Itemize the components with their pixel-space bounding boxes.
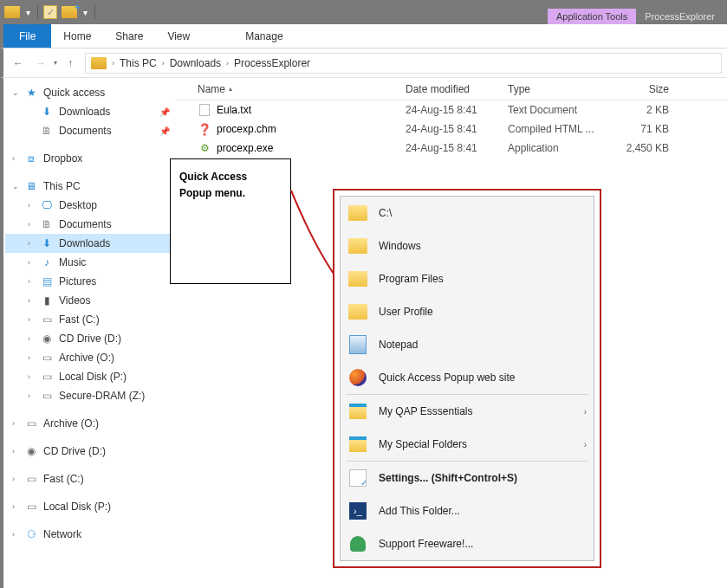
tree-documents[interactable]: ›🗎Documents bbox=[5, 215, 173, 234]
tree-label: Archive (O:) bbox=[59, 352, 114, 364]
col-date[interactable]: Date modified bbox=[406, 83, 508, 95]
tree-qa-downloads[interactable]: ⬇Downloads📌 bbox=[5, 102, 173, 121]
tree-network[interactable]: ›⚆Network bbox=[5, 525, 173, 544]
breadcrumb-root[interactable]: This PC bbox=[116, 57, 160, 69]
file-row[interactable]: ❓procexp.chm 24-Aug-15 8:41 Compiled HTM… bbox=[175, 120, 727, 139]
tree-label: Desktop bbox=[59, 199, 97, 211]
qat-newfolder-icon[interactable] bbox=[61, 3, 78, 21]
tree-fast-c[interactable]: ›▭Fast (C:) bbox=[5, 310, 173, 329]
address-bar[interactable]: › This PC › Downloads › ProcessExplorer bbox=[85, 53, 722, 74]
history-dropdown-icon[interactable]: ▾ bbox=[54, 59, 57, 67]
tree-downloads[interactable]: ›⬇Downloads bbox=[5, 234, 173, 253]
file-date: 24-Aug-15 8:41 bbox=[406, 123, 508, 135]
pin-icon[interactable]: 📌 bbox=[159, 126, 170, 136]
popup-item-user-profile[interactable]: User Profile bbox=[341, 295, 594, 328]
manage-tab[interactable]: Manage bbox=[228, 24, 300, 48]
qat-folder-icon[interactable] bbox=[3, 3, 21, 21]
file-size: 2 KB bbox=[612, 104, 679, 116]
contextual-tab-label[interactable]: Application Tools bbox=[548, 9, 636, 24]
breadcrumb-processexplorer[interactable]: ProcessExplorer bbox=[230, 57, 314, 69]
popup-item-qap-site[interactable]: Quick Access Popup web site bbox=[341, 361, 594, 394]
share-tab[interactable]: Share bbox=[103, 24, 155, 48]
tree-label: This PC bbox=[43, 180, 81, 192]
tree-local-p-2[interactable]: ›▭Local Disk (P:) bbox=[5, 497, 173, 516]
tree-desktop[interactable]: ›🖵Desktop bbox=[5, 196, 173, 215]
file-explorer-icon bbox=[347, 434, 368, 455]
star-icon: ★ bbox=[24, 86, 38, 100]
popup-label: My QAP Esssentials bbox=[379, 405, 574, 417]
window-title: ProcessExplorer bbox=[636, 9, 724, 24]
tree-pictures[interactable]: ›▤Pictures bbox=[5, 272, 173, 291]
back-button[interactable]: ← bbox=[9, 54, 28, 73]
breadcrumb-downloads[interactable]: Downloads bbox=[166, 57, 224, 69]
col-type[interactable]: Type bbox=[508, 83, 612, 95]
popup-item-special-folders[interactable]: My Special Folders› bbox=[341, 428, 594, 461]
tree-label: CD Drive (D:) bbox=[59, 333, 121, 345]
tree-dropbox[interactable]: ›⧈Dropbox bbox=[5, 149, 173, 168]
popup-label: C:\ bbox=[379, 207, 587, 219]
drive-icon: ▭ bbox=[24, 417, 38, 430]
file-row[interactable]: Eula.txt 24-Aug-15 8:41 Text Document 2 … bbox=[175, 100, 727, 120]
tree-local-p[interactable]: ›▭Local Disk (P:) bbox=[5, 367, 173, 386]
popup-item-c-drive[interactable]: C:\ bbox=[341, 197, 594, 229]
drive-icon: ▭ bbox=[24, 472, 38, 486]
file-name: procexp.exe bbox=[217, 142, 273, 154]
qat-properties-icon[interactable]: ✓ bbox=[42, 3, 59, 21]
file-size: 71 KB bbox=[612, 123, 679, 135]
file-tab[interactable]: File bbox=[3, 24, 51, 48]
pc-icon: 🖥 bbox=[24, 179, 38, 193]
popup-item-essentials[interactable]: My QAP Esssentials› bbox=[341, 395, 594, 428]
tree-label: Downloads bbox=[59, 106, 110, 118]
tree-label: Archive (O:) bbox=[43, 417, 99, 430]
file-type: Application bbox=[508, 142, 612, 154]
nav-pane: ⌄★Quick access ⬇Downloads📌 🗎Documents📌 ›… bbox=[3, 78, 175, 588]
text-file-icon bbox=[198, 103, 211, 117]
popup-item-program-files[interactable]: Program Files bbox=[341, 262, 594, 295]
pin-icon[interactable]: 📌 bbox=[159, 107, 170, 117]
quick-access-popup-highlight: C:\ Windows Program Files User Profile N… bbox=[333, 189, 601, 568]
up-button[interactable]: ↑ bbox=[61, 54, 80, 73]
tree-label: Fast (C:) bbox=[43, 473, 84, 485]
view-tab[interactable]: View bbox=[155, 24, 202, 48]
tree-archive-o[interactable]: ›▭Archive (O:) bbox=[5, 348, 173, 367]
tree-qa-documents[interactable]: 🗎Documents📌 bbox=[5, 121, 173, 140]
tree-cd-d[interactable]: ›◉CD Drive (D:) bbox=[5, 329, 173, 348]
submenu-arrow-icon: › bbox=[584, 440, 587, 449]
tree-cd-d-2[interactable]: ›◉CD Drive (D:) bbox=[5, 442, 173, 461]
popup-item-notepad[interactable]: Notepad bbox=[341, 328, 594, 361]
col-name[interactable]: Name▴ bbox=[198, 83, 406, 95]
tree-this-pc[interactable]: ⌄🖥This PC bbox=[5, 177, 173, 196]
tree-label: Fast (C:) bbox=[59, 313, 100, 326]
chevron-right-icon[interactable]: › bbox=[160, 59, 166, 68]
tree-quick-access[interactable]: ⌄★Quick access bbox=[5, 83, 173, 102]
tree-archive-o-2[interactable]: ›▭Archive (O:) bbox=[5, 414, 173, 433]
network-icon: ⚆ bbox=[24, 527, 38, 541]
popup-item-support[interactable]: Support Freeware!... bbox=[341, 527, 594, 560]
qat-separator bbox=[37, 5, 38, 19]
col-size[interactable]: Size bbox=[612, 83, 679, 95]
tree-videos[interactable]: ›▮Videos bbox=[5, 291, 173, 310]
submenu-arrow-icon: › bbox=[584, 407, 587, 417]
home-tab[interactable]: Home bbox=[51, 24, 103, 48]
forward-button[interactable]: → bbox=[31, 54, 50, 73]
popup-item-settings[interactable]: Settings... (Shift+Control+S) bbox=[341, 462, 594, 494]
tree-fast-c-2[interactable]: ›▭Fast (C:) bbox=[5, 469, 173, 488]
music-icon: ♪ bbox=[40, 255, 54, 269]
qat-customize-icon[interactable]: ▾ bbox=[83, 8, 88, 17]
file-date: 24-Aug-15 8:41 bbox=[406, 104, 508, 116]
sort-asc-icon: ▴ bbox=[229, 85, 232, 93]
tree-secure-z[interactable]: ›▭Secure-DRAM (Z:) bbox=[5, 386, 173, 405]
notepad-icon bbox=[347, 334, 368, 355]
tree-music[interactable]: ›♪Music bbox=[5, 253, 173, 272]
download-icon: ⬇ bbox=[40, 105, 54, 119]
chevron-right-icon[interactable]: › bbox=[110, 59, 116, 68]
drive-icon: ▭ bbox=[40, 370, 54, 384]
chevron-right-icon[interactable]: › bbox=[224, 59, 230, 68]
popup-item-windows[interactable]: Windows bbox=[341, 229, 594, 262]
popup-label: User Profile bbox=[379, 306, 587, 318]
file-row[interactable]: ⚙procexp.exe 24-Aug-15 8:41 Application … bbox=[175, 139, 727, 158]
popup-item-add-folder[interactable]: ›_Add This Folder... bbox=[341, 494, 594, 527]
popup-label: Support Freeware!... bbox=[379, 538, 587, 550]
qat-dropdown-icon[interactable]: ▾ bbox=[26, 8, 30, 17]
popup-label: Settings... (Shift+Control+S) bbox=[379, 472, 587, 484]
